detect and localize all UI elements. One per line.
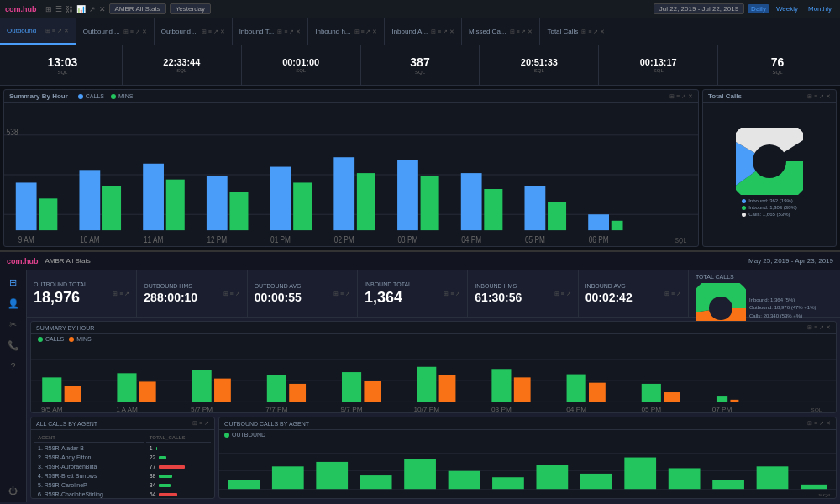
- svg-rect-18: [484, 189, 502, 230]
- metric-time1: 13:03 SQL: [3, 45, 123, 85]
- svg-text:9/7 PM: 9/7 PM: [341, 407, 363, 412]
- svg-rect-89: [624, 458, 656, 490]
- bottom-date: May 25, 2019 - Apr 23, 2019: [748, 257, 833, 265]
- period-daily[interactable]: Daily: [748, 4, 769, 13]
- metric-total-calls-pie: TOTAL CALLS Inbound: 1,364 (5%) Outbound…: [689, 270, 840, 317]
- svg-text:SQL: SQL: [675, 236, 686, 244]
- svg-rect-46: [42, 377, 61, 402]
- svg-rect-86: [492, 477, 524, 489]
- svg-rect-61: [439, 375, 456, 402]
- svg-point-42: [709, 297, 732, 320]
- list-item: 2. R59R-Andy Fitton 22: [34, 454, 211, 461]
- bottom-chart-left: SUMMARY BY HOUR ⊞ ≡ ↗ ✕ CALLS MINS: [30, 321, 837, 499]
- bottom-agent-panel: ALL CALLS BY AGENT ⊞ ≡ ↗ AGENT TOTAL_CAL…: [30, 417, 215, 499]
- filter-dropdown[interactable]: AMBR All Stats: [109, 3, 166, 14]
- period-yesterday[interactable]: Yesterday: [170, 3, 211, 14]
- svg-text:12 PM: 12 PM: [207, 234, 227, 245]
- list-item: 1. R59R-Aladar B 1: [34, 444, 211, 452]
- sidebar-user-icon[interactable]: 👤: [8, 298, 19, 309]
- tab-inbound-t[interactable]: Inbound T... ⊞ ≡ ↗ ✕: [233, 18, 309, 45]
- metric-hms2: 20:51:33 SQL: [480, 45, 599, 85]
- svg-rect-49: [267, 375, 286, 402]
- tab-inbound-h[interactable]: Inbound h... ⊞ ≡ ↗ ✕: [308, 18, 385, 45]
- legend-calls: CALLS: [78, 93, 104, 99]
- link-icon[interactable]: ⛓: [66, 5, 73, 13]
- top-logo: com.hub: [5, 5, 37, 13]
- svg-text:9 AM: 9 AM: [18, 234, 34, 245]
- share-icon[interactable]: ↗: [89, 5, 96, 13]
- summary-chart-content: 9 AM 10 AM 11 AM 12 PM 01 PM 02 PM 03 PM…: [4, 103, 698, 246]
- list-item: 5. R59R-CarolineP 34: [34, 481, 211, 489]
- bottom-outbound-header: OUTBOUND CALLS BY AGENT ⊞ ≡ ↗ ✕: [219, 417, 836, 430]
- metric-outbound-hms: OUTBOUND HMS 288:00:10 ⊞ ≡ ↗: [137, 270, 247, 317]
- period-monthly[interactable]: Monthly: [805, 4, 835, 13]
- svg-rect-9: [207, 176, 228, 230]
- add-icon[interactable]: ⊞: [45, 5, 52, 13]
- svg-rect-83: [360, 475, 392, 489]
- metric-count2: 76 SQL: [718, 45, 837, 85]
- metric-avg1: 00:01:00 SQL: [242, 45, 361, 85]
- menu-icon[interactable]: ☰: [55, 5, 62, 13]
- svg-text:7/7 PM: 7/7 PM: [265, 407, 287, 412]
- metric-outbound-total: OUTBOUND TOTAL 18,976 ⊞ ≡ ↗: [27, 270, 137, 317]
- tab-outbound-2[interactable]: Outbound ... ⊞ ≡ ↗ ✕: [76, 18, 155, 45]
- chart-icon[interactable]: 📊: [76, 5, 86, 13]
- svg-rect-19: [525, 186, 546, 230]
- svg-rect-11: [270, 167, 291, 231]
- bottom-bar: com.hub AMBR All Stats May 25, 2019 - Ap…: [0, 252, 840, 270]
- tab-inbound-a[interactable]: Inbound A... ⊞ ≡ ↗ ✕: [385, 18, 462, 45]
- svg-rect-5: [79, 170, 100, 230]
- bottom-outbound-panel: OUTBOUND CALLS BY AGENT ⊞ ≡ ↗ ✕ OUTBOUND: [218, 417, 837, 499]
- svg-rect-57: [139, 381, 156, 402]
- top-bar: com.hub ⊞ ☰ ⛓ 📊 ↗ ✕ AMBR All Stats Yeste…: [0, 0, 840, 18]
- sidebar-help-icon[interactable]: ?: [10, 361, 15, 371]
- svg-rect-48: [192, 370, 212, 402]
- bottom-agent-table: AGENT TOTAL_CALLS 1. R59R-Aladar B 1 2. …: [33, 432, 213, 498]
- bottom-summary-header: SUMMARY BY HOUR ⊞ ≡ ↗ ✕: [31, 322, 836, 334]
- tab-outbound-3[interactable]: Outbound ... ⊞ ≡ ↗ ✕: [155, 18, 233, 45]
- svg-rect-87: [536, 465, 568, 489]
- svg-rect-10: [229, 192, 248, 230]
- svg-rect-93: [801, 485, 827, 489]
- tab-outbound-1[interactable]: Outbound _ ⊞ ≡ ↗ ✕: [0, 18, 76, 45]
- outbound-legend-out: OUTBOUND: [224, 432, 265, 438]
- svg-text:07 PM: 07 PM: [712, 407, 732, 412]
- svg-text:10/7 PM: 10/7 PM: [413, 407, 439, 412]
- list-item: 4. R59R-Brett Burrows 38: [34, 472, 211, 480]
- svg-rect-12: [293, 182, 312, 230]
- svg-rect-51: [417, 367, 436, 402]
- svg-rect-47: [117, 373, 136, 402]
- pie-chart-panel-top: Total Calls ⊞ ≡ ↗ ✕ Inbound: 362 (19%): [702, 89, 837, 247]
- svg-rect-52: [491, 369, 511, 402]
- sidebar-home-icon[interactable]: ⊞: [9, 277, 17, 288]
- svg-rect-65: [730, 400, 738, 402]
- svg-text:SQL: SQL: [811, 407, 822, 412]
- svg-text:05 PM: 05 PM: [525, 234, 545, 245]
- svg-text:538: 538: [7, 126, 18, 137]
- svg-text:10 AM: 10 AM: [80, 234, 99, 245]
- tab-total-calls[interactable]: Total Calls ⊞ ≡ ↗ ✕: [540, 18, 612, 45]
- svg-rect-60: [364, 381, 381, 402]
- tab-missed[interactable]: Missed Ca... ⊞ ≡ ↗ ✕: [462, 18, 540, 45]
- bottom-chart-area: SUMMARY BY HOUR ⊞ ≡ ↗ ✕ CALLS MINS: [27, 318, 840, 502]
- sidebar-phone-icon[interactable]: 📞: [8, 340, 19, 351]
- svg-text:02 PM: 02 PM: [334, 234, 354, 245]
- svg-rect-20: [548, 202, 566, 230]
- svg-rect-85: [449, 471, 480, 490]
- bottom-main: OUTBOUND TOTAL 18,976 ⊞ ≡ ↗ OUTBOUND HMS…: [27, 270, 840, 502]
- close-icon[interactable]: ✕: [99, 5, 106, 13]
- pie-legend-top: Inbound: 362 (19%) Inbound: 1,303 (38%) …: [737, 195, 802, 222]
- bottom-logo: com.hub: [7, 257, 39, 265]
- bottom-content: ⊞ 👤 ✂ 📞 ? ⏻ OUTBOUND TOTAL 18,976 ⊞ ≡ ↗: [0, 270, 840, 502]
- svg-rect-6: [102, 186, 121, 230]
- svg-text:9/5 AM: 9/5 AM: [41, 407, 63, 412]
- metric-count1: 387 SQL: [361, 45, 480, 85]
- svg-rect-16: [421, 176, 439, 230]
- date-range[interactable]: Jul 22, 2019 - Jul 22, 2019: [654, 3, 744, 14]
- sidebar-power-icon[interactable]: ⏻: [8, 486, 18, 496]
- period-weekly[interactable]: Weekly: [773, 4, 801, 13]
- sidebar-scissors-icon[interactable]: ✂: [9, 319, 17, 330]
- svg-rect-13: [333, 157, 354, 230]
- svg-rect-54: [642, 384, 661, 402]
- metric-hms1: 22:33:44 SQL: [123, 45, 242, 85]
